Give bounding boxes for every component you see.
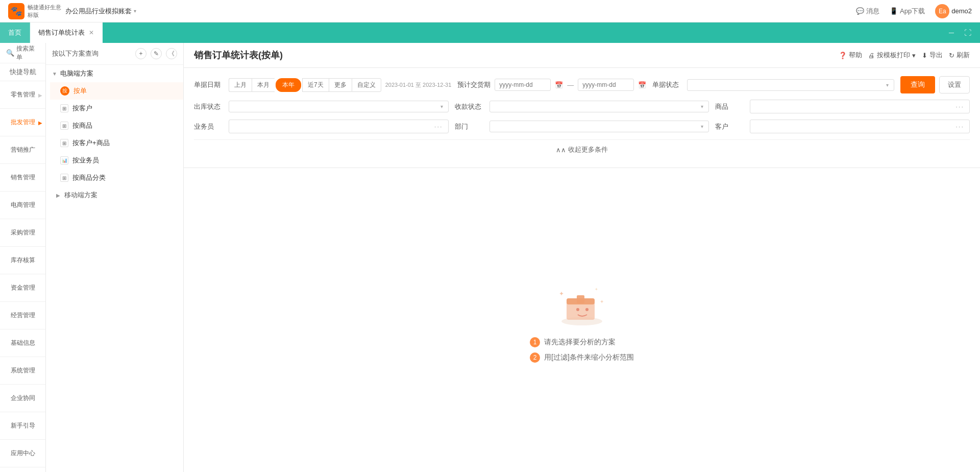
date-btn-lastmonth[interactable]: 上月	[229, 78, 252, 92]
search-menu-button[interactable]: 🔍 搜索菜单	[0, 43, 45, 63]
dept-select[interactable]: ▾	[489, 121, 709, 132]
date-btn-7days[interactable]: 近7天	[302, 78, 329, 92]
tree-mobile-section[interactable]: ▶ 移动端方案	[46, 186, 183, 204]
template-print-button[interactable]: 🖨 按模板打印 ▾	[868, 51, 916, 60]
ship-status-item: 出库状态 ▾	[194, 101, 449, 112]
date-range-text: 2023-01-01 至 2023-12-31	[385, 81, 452, 89]
sidebar-item-appstore[interactable]: 应用中心	[0, 440, 45, 467]
sidebar-item-ops[interactable]: 经营管理	[0, 302, 45, 329]
add-scheme-button[interactable]: +	[135, 48, 146, 59]
message-icon: 💬	[856, 7, 864, 15]
close-tab-icon[interactable]: ✕	[89, 29, 94, 36]
sidebar-item-ecom[interactable]: 电商管理	[0, 192, 45, 219]
sidebar-item-inventory[interactable]: 库存核算	[0, 247, 45, 274]
user-area[interactable]: Ea demo2	[935, 4, 972, 18]
query-button[interactable]: 查询	[900, 76, 935, 93]
sidebar-item-wechat[interactable]: 企业微信	[0, 467, 45, 472]
customer-item: 客户 ···	[715, 120, 970, 133]
shortcut-nav-button[interactable]: 快捷导航	[0, 63, 45, 81]
status-filter-item: 单据状态 ▾	[652, 79, 894, 91]
edit-scheme-button[interactable]: ✎	[151, 48, 162, 59]
message-button[interactable]: 💬 消息	[856, 7, 879, 16]
sidebar-item-enterprise[interactable]: 企业协同	[0, 385, 45, 412]
header-right: 💬 消息 📱 App下载 Ea demo2	[856, 4, 972, 18]
sidebar-item-wholesale[interactable]: 批发管理 ▶	[0, 109, 45, 136]
tab-home[interactable]: 首页	[0, 22, 30, 43]
filter-row-1: 单据日期 上月 本月 本年 近7天 更多 自定义 2023-01-01 至 20…	[194, 76, 970, 93]
chevron-down-icon: ▾	[886, 82, 889, 88]
tab-sales-stat[interactable]: 销售订单统计表 ✕	[30, 22, 103, 43]
export-button[interactable]: ⬇ 导出	[922, 51, 943, 60]
collapse-more-button[interactable]: ∧∧ 收起更多条件	[194, 139, 970, 159]
scheme-by-staff[interactable]: 📊 按业务员	[50, 152, 183, 169]
sidebar-item-base[interactable]: 基础信息	[0, 329, 45, 357]
date-btn-custom[interactable]: 自定义	[352, 78, 381, 92]
sidebar-item-finance[interactable]: 资金管理	[0, 274, 45, 302]
empty-tip-1: 1 请先选择要分析的方案	[530, 337, 634, 347]
logo-icon: 🐾	[8, 3, 24, 19]
sidebar-item-purchase[interactable]: 采购管理	[0, 219, 45, 247]
collapse-icon: ∧∧	[556, 146, 566, 154]
chevron-down-icon: ▾	[440, 104, 443, 109]
dots-icon: ···	[955, 103, 964, 110]
sidebar-item-retail[interactable]: 零售管理 ▶	[0, 81, 45, 109]
left-panel: 按以下方案查询 + ✎ 《 ▼ 电脑端方案 按 按单	[46, 43, 184, 472]
scheme-by-goods[interactable]: ⊞ 按商品	[50, 117, 183, 134]
content-area: 按以下方案查询 + ✎ 《 ▼ 电脑端方案 按 按单	[46, 43, 980, 472]
date-btn-thisyear[interactable]: 本年	[276, 78, 301, 92]
left-panel-header: 按以下方案查询 + ✎ 《	[46, 43, 183, 65]
page-header: 销售订单统计表(按单) ❓ 帮助 🖨 按模板打印 ▾ ⬇ 导出	[184, 43, 980, 68]
minimize-button[interactable]: ─	[945, 27, 958, 39]
scheme-by-category[interactable]: ⊞ 按商品分类	[50, 169, 183, 186]
date-btn-more[interactable]: 更多	[329, 78, 352, 92]
chevron-right-icon: ▶	[38, 120, 42, 125]
svg-text:✦: ✦	[595, 287, 598, 292]
chevron-down-icon: ▾	[701, 104, 703, 109]
dept-item: 部门 ▾	[455, 121, 709, 132]
goods-input[interactable]: ···	[750, 100, 970, 113]
pay-status-item: 收款状态 ▾	[455, 101, 709, 112]
set-button[interactable]: 设置	[939, 76, 970, 93]
help-button[interactable]: ❓ 帮助	[839, 51, 862, 60]
app-download-button[interactable]: 📱 App下载	[890, 7, 925, 16]
maximize-button[interactable]: ⛶	[962, 27, 974, 39]
page-title: 销售订单统计表(按单)	[194, 49, 283, 61]
header-left: 🐾 畅捷通好生意 标版 办公用品行业模拟账套 ▾	[8, 3, 136, 19]
cal-to-icon[interactable]: 📅	[638, 81, 646, 89]
ship-status-select[interactable]: ▾	[229, 101, 449, 112]
empty-illustration: ✦ ✦ ✦	[551, 278, 612, 329]
avatar: Ea	[935, 4, 949, 18]
page-header-actions: ❓ 帮助 🖨 按模板打印 ▾ ⬇ 导出 ↻ 刷新	[839, 51, 970, 60]
logo-text: 畅捷通好生意 标版	[28, 4, 61, 18]
main-layout: 🔍 搜索菜单 快捷导航 零售管理 ▶ 批发管理 ▶ 营销推广 销售管理 电商管理…	[0, 43, 980, 472]
sidebar-item-newbie[interactable]: 新手引导	[0, 412, 45, 440]
svg-rect-3	[577, 295, 584, 303]
chevron-right-icon: ▶	[38, 92, 42, 98]
dots-icon: ···	[434, 123, 443, 130]
cal-from-icon[interactable]: 📅	[555, 81, 563, 89]
collapse-panel-button[interactable]: 《	[166, 48, 177, 59]
date-to-input[interactable]	[578, 79, 634, 91]
scheme-by-order[interactable]: 按 按单	[50, 82, 183, 100]
sidebar-item-marketing[interactable]: 营销推广	[0, 136, 45, 164]
sidebar-item-sys[interactable]: 系统管理	[0, 357, 45, 385]
scheme-icon: 按	[60, 86, 69, 96]
scheme-icon: ⊞	[60, 122, 68, 130]
chevron-down-icon: ▾	[701, 124, 703, 129]
status-select[interactable]: ▾	[687, 79, 894, 91]
date-from-input[interactable]	[495, 79, 551, 91]
refresh-button[interactable]: ↻ 刷新	[949, 51, 970, 60]
expand-icon: ▼	[52, 71, 57, 77]
help-icon: ❓	[839, 52, 847, 59]
date-filter-item: 单据日期 上月 本月 本年 近7天 更多 自定义 2023-01-01 至 20…	[194, 78, 451, 92]
date-btn-thismonth[interactable]: 本月	[252, 78, 275, 92]
scheme-by-customer[interactable]: ⊞ 按客户	[50, 100, 183, 117]
sidebar: 🔍 搜索菜单 快捷导航 零售管理 ▶ 批发管理 ▶ 营销推广 销售管理 电商管理…	[0, 43, 46, 472]
pay-status-select[interactable]: ▾	[489, 101, 709, 112]
customer-input[interactable]: ···	[750, 120, 970, 133]
company-selector[interactable]: 办公用品行业模拟账套 ▾	[65, 7, 136, 16]
scheme-by-cust-goods[interactable]: ⊞ 按客户+商品	[50, 134, 183, 152]
staff-input[interactable]: ···	[229, 120, 449, 133]
sidebar-item-sales[interactable]: 销售管理	[0, 164, 45, 192]
tree-pc-section[interactable]: ▼ 电脑端方案	[46, 65, 183, 82]
